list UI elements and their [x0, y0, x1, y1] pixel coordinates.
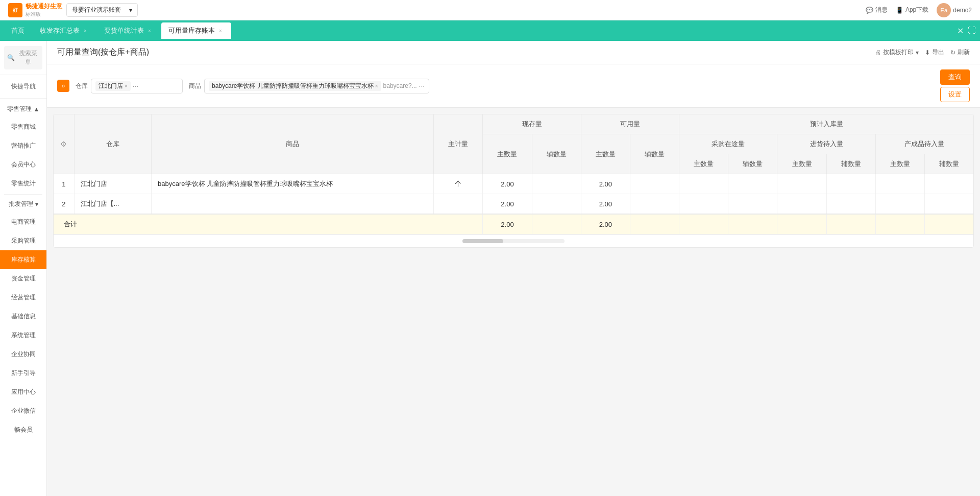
app-download-btn[interactable]: 📱 App下载 — [896, 6, 928, 14]
sidebar-item-vip-member[interactable]: 畅会员 — [0, 420, 46, 439]
product-filter-input[interactable]: babycare学饮杯 儿童防摔防撞吸管杯重力球吸嘴杯宝宝水杯 × babyca… — [204, 79, 429, 93]
cell-prod-main — [875, 194, 924, 215]
sidebar-item-newbie[interactable]: 新手引导 — [0, 364, 46, 383]
tab-receivable[interactable]: 收发存汇总表 × — [33, 22, 96, 39]
cell-inbound-sub — [826, 174, 875, 194]
chevron-down-icon: ▾ — [35, 201, 38, 208]
template-print-btn[interactable]: 🖨 按模板打印 ▾ — [875, 48, 919, 57]
search-icon: 🔍 — [7, 54, 15, 61]
product-extra-label: babycare?... — [383, 82, 417, 89]
industry-selector[interactable]: 母婴行业演示账套 ▾ — [66, 3, 138, 17]
summary-purch-main — [679, 214, 728, 234]
cell-purch-sub — [728, 174, 777, 194]
summary-prod-main — [875, 214, 924, 234]
cell-current-sub — [532, 194, 581, 215]
cell-product — [152, 194, 434, 215]
tab-requisition[interactable]: 要货单统计表 × — [97, 22, 160, 39]
close-tab-available[interactable]: × — [217, 27, 224, 34]
cell-main-unit — [434, 194, 483, 215]
remove-warehouse-tag[interactable]: × — [125, 83, 128, 89]
summary-current-sub — [532, 214, 581, 234]
sidebar-item-enterprise[interactable]: 企业协同 — [0, 345, 46, 364]
nav-tabs: 首页 收发存汇总表 × 要货单统计表 × 可用量库存账本 × ✕ ⛶ — [0, 20, 980, 41]
main-layout: 🔍 搜索菜单 快捷导航 零售管理 ▲ 零售商城 营销推广 会员中心 零售统计 — [0, 41, 980, 496]
th-prod-sub: 辅数量 — [924, 154, 973, 174]
product-more-btn[interactable]: ··· — [419, 82, 425, 90]
sidebar-item-basics[interactable]: 基础信息 — [0, 307, 46, 326]
sidebar-quick-nav: 快捷导航 — [0, 75, 46, 99]
content-area: 可用量查询(按仓库+商品) 🖨 按模板打印 ▾ ⬇ 导出 ↻ 刷新 » — [47, 41, 980, 496]
refresh-btn[interactable]: ↻ 刷新 — [950, 48, 970, 57]
tab-home[interactable]: 首页 — [4, 22, 32, 39]
th-current-group: 现存量 — [483, 114, 581, 134]
sidebar-item-app-center[interactable]: 应用中心 — [0, 383, 46, 401]
product-tag: babycare学饮杯 儿童防摔防撞吸管杯重力球吸嘴杯宝宝水杯 × — [209, 81, 381, 91]
message-btn[interactable]: 💬 消息 — [866, 6, 888, 14]
cell-prod-sub — [924, 174, 973, 194]
sidebar-item-retail-mgmt[interactable]: 零售管理 ▲ — [0, 101, 46, 117]
warehouse-filter-group: 仓库 江北门店 × ··· — [76, 79, 183, 93]
sidebar-item-operations[interactable]: 经营管理 — [0, 288, 46, 307]
query-button[interactable]: 查询 — [940, 69, 970, 85]
table-row: 2 江北门店【... 2.00 2.00 — [54, 194, 973, 215]
logo-area: 好 畅捷通好生意 标准版 — [8, 2, 62, 18]
settings-button[interactable]: 设置 — [940, 87, 970, 102]
filter-bar: » 仓库 江北门店 × ··· 商品 babycare学饮杯 儿童防摔防撞吸管杯… — [47, 64, 980, 108]
filter-expand-btn[interactable]: » — [57, 80, 69, 92]
sidebar: 🔍 搜索菜单 快捷导航 零售管理 ▲ 零售商城 营销推广 会员中心 零售统计 — [0, 41, 47, 496]
sidebar-item-procurement[interactable]: 采购管理 — [0, 231, 46, 250]
sidebar-item-enterprise-wechat[interactable]: 企业微信 — [0, 401, 46, 420]
close-tab-requisition[interactable]: × — [146, 27, 153, 34]
sidebar-item-marketing[interactable]: 营销推广 — [0, 136, 46, 155]
logo-icon: 好 — [8, 3, 22, 17]
warehouse-filter-label: 仓库 — [76, 82, 88, 90]
cell-current-main: 2.00 — [483, 194, 532, 215]
cell-purch-sub — [728, 194, 777, 215]
print-dropdown-icon: ▾ — [916, 49, 919, 56]
th-current-main: 主数量 — [483, 134, 532, 174]
warehouse-more-btn[interactable]: ··· — [133, 82, 139, 90]
logo-text: 畅捷通好生意 标准版 — [26, 2, 62, 18]
search-menu-btn[interactable]: 🔍 搜索菜单 — [4, 46, 42, 69]
sidebar-item-wholesale-mgmt[interactable]: 批发管理 ▾ — [0, 196, 46, 212]
message-icon: 💬 — [866, 7, 873, 14]
sidebar-search-area: 🔍 搜索菜单 — [0, 41, 46, 75]
remove-product-tag[interactable]: × — [375, 83, 378, 89]
sidebar-item-quick-nav[interactable]: 快捷导航 — [0, 78, 46, 95]
product-filter-label: 商品 — [189, 82, 201, 90]
sidebar-item-retail-mall[interactable]: 零售商城 — [0, 117, 46, 136]
close-window-btn[interactable]: ✕ — [957, 26, 964, 36]
summary-avail-main: 2.00 — [581, 214, 630, 234]
print-icon: 🖨 — [875, 49, 881, 56]
user-menu[interactable]: Ea demo2 — [937, 3, 972, 17]
sidebar-item-system[interactable]: 系统管理 — [0, 326, 46, 345]
gear-icon[interactable]: ⚙ — [60, 140, 67, 148]
export-btn[interactable]: ⬇ 导出 — [925, 48, 944, 57]
cell-inbound-main — [777, 174, 826, 194]
cell-purch-main — [679, 194, 728, 215]
expand-window-btn[interactable]: ⛶ — [968, 26, 976, 36]
avatar: Ea — [937, 3, 951, 17]
sidebar-item-inventory[interactable]: 库存核算 — [0, 250, 46, 269]
top-bar-left: 好 畅捷通好生意 标准版 母婴行业演示账套 ▾ — [8, 2, 138, 18]
username: demo2 — [953, 7, 972, 14]
window-controls: ✕ ⛶ — [957, 26, 976, 36]
warehouse-filter-input[interactable]: 江北门店 × ··· — [91, 79, 183, 93]
sidebar-item-finance[interactable]: 资金管理 — [0, 269, 46, 288]
sidebar-item-retail-stats[interactable]: 零售统计 — [0, 174, 46, 193]
cell-current-sub — [532, 174, 581, 194]
product-filter-group: 商品 babycare学饮杯 儿童防摔防撞吸管杯重力球吸嘴杯宝宝水杯 × bab… — [189, 79, 429, 93]
cell-avail-sub — [630, 194, 679, 215]
close-tab-receivable[interactable]: × — [82, 27, 89, 34]
horizontal-scrollbar[interactable] — [462, 239, 565, 243]
summary-prod-sub — [924, 214, 973, 234]
th-avail-sub: 辅数量 — [630, 134, 679, 174]
th-purch-sub: 辅数量 — [728, 154, 777, 174]
download-icon: 📱 — [896, 7, 903, 14]
scrollbar-thumb[interactable] — [462, 239, 503, 243]
sidebar-item-ecommerce[interactable]: 电商管理 — [0, 212, 46, 231]
th-avail-main: 主数量 — [581, 134, 630, 174]
sidebar-item-member[interactable]: 会员中心 — [0, 155, 46, 174]
cell-warehouse: 江北门店 — [74, 174, 152, 194]
tab-available[interactable]: 可用量库存账本 × — [161, 22, 231, 39]
